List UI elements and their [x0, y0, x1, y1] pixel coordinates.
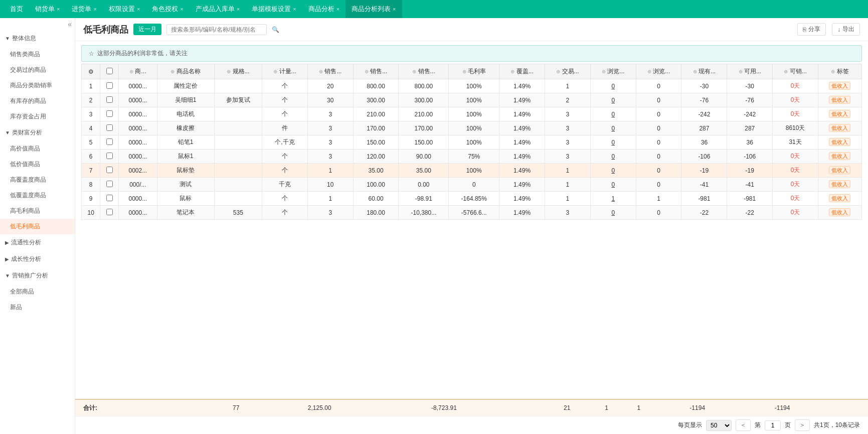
sidebar-item-低毛利商品[interactable]: 低毛利商品 [0, 219, 75, 234]
row-qty: 3 [307, 121, 353, 135]
nav-close-icon[interactable]: × [57, 6, 60, 12]
sidebar-group-3[interactable]: ▶成长性分析 [0, 251, 75, 267]
row-code: 0000... [119, 150, 157, 164]
browse-link[interactable]: 0 [611, 181, 615, 188]
row-checkbox[interactable] [106, 110, 113, 117]
page-title: 低毛利商品 [83, 24, 128, 36]
nav-close-icon[interactable]: × [293, 6, 296, 12]
search-input[interactable] [166, 24, 267, 35]
col-header-15[interactable]: ⊕ 可用... [727, 64, 773, 79]
sidebar-item-交易过的商品[interactable]: 交易过的商品 [0, 62, 75, 78]
browse-link[interactable]: 0 [611, 209, 615, 216]
row-checkbox-cell [100, 206, 119, 220]
col-header-10[interactable]: ⊕ 覆盖... [499, 64, 545, 79]
nav-item-商品分析[interactable]: 商品分析× [302, 0, 345, 18]
sidebar-item-全部商品[interactable]: 全部商品 [0, 284, 75, 300]
nav-close-icon[interactable]: × [93, 6, 96, 12]
browse-link[interactable]: 0 [611, 125, 615, 132]
browse-link[interactable]: 0 [611, 83, 615, 90]
browse-link[interactable]: 0 [611, 97, 615, 104]
nav-close-icon[interactable]: × [237, 6, 240, 12]
nav-close-icon[interactable]: × [137, 6, 140, 12]
browse-link[interactable]: 1 [611, 195, 615, 202]
row-checkbox[interactable] [106, 195, 113, 201]
sidebar-item-商品分类助销率[interactable]: 商品分类助销率 [0, 78, 75, 93]
row-gross-rate: 100% [449, 135, 499, 150]
nav-close-icon[interactable]: × [336, 6, 339, 12]
sidebar-item-低覆盖度商品[interactable]: 低覆盖度商品 [0, 188, 75, 203]
sidebar-group-0[interactable]: ▼整体信息 [0, 30, 75, 47]
row-available: -30 [727, 79, 773, 93]
row-checkbox[interactable] [106, 138, 113, 145]
col-header-5[interactable]: ⊕ 计量... [262, 64, 308, 79]
row-checkbox[interactable] [106, 181, 113, 187]
data-table-wrapper: ⚙⊕ 商...⊕ 商品名称⊕ 规格...⊕ 计量...⊕ 销售...⊕ 销售..… [75, 64, 868, 399]
page-size-select[interactable]: 50 10 20 100 [706, 420, 732, 431]
nav-close-icon[interactable]: × [180, 6, 183, 12]
footer-cell-5 [195, 403, 213, 412]
browse-link[interactable]: 0 [611, 139, 615, 146]
col-header-9[interactable]: ⊕ 毛利率 [449, 64, 499, 79]
next-page-button[interactable]: ＞ [795, 419, 810, 431]
export-button[interactable]: ↓ 导出 [832, 23, 860, 36]
tag-badge: 低收入 [829, 110, 850, 118]
nav-item-进货单[interactable]: 进货单× [66, 0, 102, 18]
share-button[interactable]: ⎘ 分享 [797, 23, 826, 36]
nav-close-icon[interactable]: × [393, 6, 396, 12]
group-arrow-icon: ▼ [5, 36, 10, 41]
row-checkbox[interactable] [106, 167, 113, 173]
col-header-16[interactable]: ⊕ 可销... [773, 64, 818, 79]
search-icon[interactable]: 🔍 [272, 26, 279, 33]
col-header-12[interactable]: ⊕ 浏览... [590, 64, 636, 79]
col-header-4[interactable]: ⊕ 规格... [214, 64, 262, 79]
col-header-7[interactable]: ⊕ 销售... [353, 64, 399, 79]
col-header-3[interactable]: ⊕ 商品名称 [157, 64, 214, 79]
nav-item-商品分析列表[interactable]: 商品分析列表× [345, 0, 402, 18]
sidebar-item-库存资金占用[interactable]: 库存资金占用 [0, 109, 75, 124]
col-header-17[interactable]: ⊕ 标签 [818, 64, 861, 79]
row-checkbox[interactable] [106, 153, 113, 159]
sidebar-group-1[interactable]: ▼类财富分析 [0, 124, 75, 141]
browse-link[interactable]: 0 [611, 111, 615, 118]
nav-item-单据模板设置[interactable]: 单据模板设置× [246, 0, 302, 18]
sidebar-collapse-button[interactable]: « [0, 18, 75, 30]
col-header-2[interactable]: ⊕ 商... [119, 64, 157, 79]
col-header-8[interactable]: ⊕ 销售... [399, 64, 449, 79]
sidebar-item-销售类商品[interactable]: 销售类商品 [0, 47, 75, 62]
nav-item-首页[interactable]: 首页 [4, 0, 29, 18]
page-input[interactable] [765, 420, 781, 430]
sidebar-group-2[interactable]: ▶流通性分析 [0, 234, 75, 251]
sidebar-item-有库存的商品[interactable]: 有库存的商品 [0, 93, 75, 109]
row-checkbox[interactable] [106, 82, 113, 89]
col-header-11[interactable]: ⊕ 交易... [545, 64, 591, 79]
browse-link[interactable]: 0 [611, 153, 615, 160]
nav-item-产成品入库单[interactable]: 产成品入库单× [190, 0, 246, 18]
row-browse2: 0 [636, 206, 681, 220]
col-header-6[interactable]: ⊕ 销售... [307, 64, 353, 79]
sidebar-item-低价值商品[interactable]: 低价值商品 [0, 157, 75, 172]
sidebar-group-4[interactable]: ▼营销推广分析 [0, 267, 75, 284]
footer-cell-15: -1194 [740, 403, 824, 412]
nav-item-权限设置[interactable]: 权限设置× [103, 0, 146, 18]
row-checkbox[interactable] [106, 96, 113, 103]
nav-item-角色授权[interactable]: 角色授权× [146, 0, 189, 18]
row-margin-rate: 1.49% [499, 178, 545, 192]
col-header-13[interactable]: ⊕ 浏览... [636, 64, 681, 79]
nav-item-销货单[interactable]: 销货单× [29, 0, 66, 18]
col-header-14[interactable]: ⊕ 现有... [681, 64, 727, 79]
select-all-checkbox[interactable] [106, 68, 113, 74]
sidebar-item-高价值商品[interactable]: 高价值商品 [0, 141, 75, 157]
prev-page-button[interactable]: ＜ [736, 419, 751, 431]
sidebar-item-高覆盖度商品[interactable]: 高覆盖度商品 [0, 172, 75, 188]
row-browse2: 0 [636, 79, 681, 93]
row-sale-total: 0.00 [399, 178, 449, 192]
row-checkbox[interactable] [106, 124, 113, 131]
sidebar-item-高毛利商品[interactable]: 高毛利商品 [0, 203, 75, 219]
row-unit: 个 [262, 206, 308, 220]
browse-link[interactable]: 0 [611, 167, 615, 174]
sidebar-item-新品[interactable]: 新品 [0, 300, 75, 315]
alert-banner: ☆ 这部分商品的利润非常低，请关注 [81, 45, 862, 62]
row-unit: 千克 [262, 178, 308, 192]
period-button[interactable]: 近一月 [133, 24, 161, 35]
row-checkbox[interactable] [106, 209, 113, 215]
